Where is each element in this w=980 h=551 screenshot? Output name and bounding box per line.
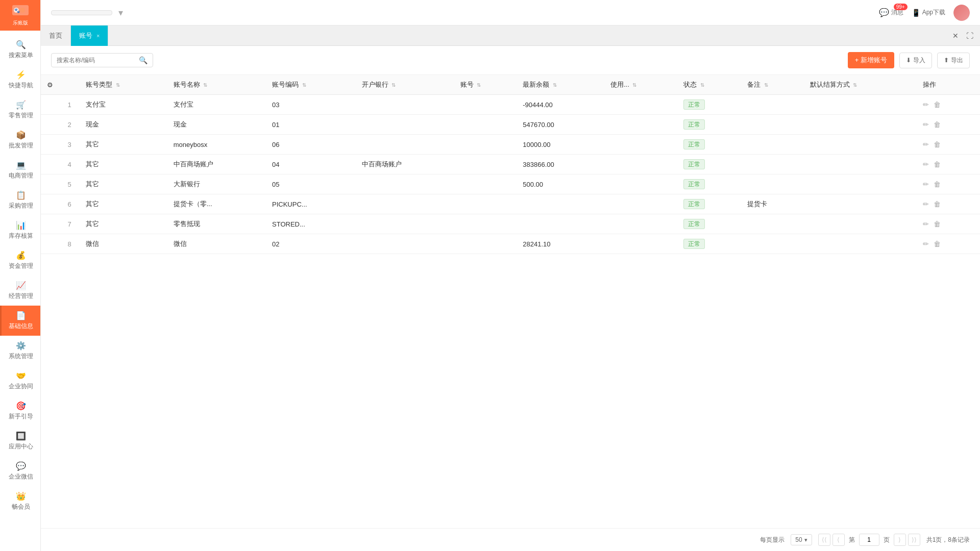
add-account-button[interactable]: + 新增账号 [848, 52, 894, 68]
row-num: 2 [59, 115, 80, 135]
app-download-button[interactable]: 📱 App下载 [912, 8, 945, 17]
search-menu-icon: 🔍 [16, 40, 26, 49]
sort-code-icon: ⇅ [302, 82, 306, 88]
search-icon[interactable]: 🔍 [139, 56, 148, 64]
row-code: 04 [266, 155, 356, 174]
search-box[interactable]: 🔍 [51, 53, 153, 67]
message-button[interactable]: 💬 消息 99+ [879, 8, 903, 17]
status-badge: 正常 [683, 219, 705, 229]
page-number-input[interactable] [859, 534, 879, 546]
th-bank[interactable]: 开户银行 ⇅ [356, 75, 454, 95]
status-badge: 正常 [683, 179, 705, 189]
th-status[interactable]: 状态 ⇅ [677, 75, 741, 95]
tab-close-button[interactable]: ✕ [949, 30, 962, 42]
th-code[interactable]: 账号编码 ⇅ [266, 75, 356, 95]
delete-icon[interactable]: 🗑 [934, 180, 941, 188]
th-type[interactable]: 账号类型 ⇅ [80, 75, 167, 95]
search-input[interactable] [57, 57, 136, 64]
row-default-payment [804, 95, 917, 115]
sidebar-item-new-guide[interactable]: 🎯 新手引导 [0, 396, 40, 426]
dropdown-icon[interactable]: ▾ [118, 7, 123, 18]
tab-fullscreen-button[interactable]: ⛶ [964, 30, 976, 42]
page-of-label: 页 [881, 536, 892, 544]
sidebar-item-search-menu[interactable]: 🔍 搜索菜单 [0, 35, 40, 65]
export-button[interactable]: ⬆ 导出 [937, 53, 970, 68]
page-last-button[interactable]: ⟩⟩ [908, 534, 920, 546]
inventory-icon: 📊 [16, 220, 26, 230]
sidebar-item-app-center[interactable]: 🔲 应用中心 [0, 426, 40, 456]
row-bank [356, 95, 454, 115]
row-settings [41, 135, 59, 155]
table-footer: 每页显示 50 ▾ ⟨⟨ ⟨ 第 页 ⟩ ⟩⟩ 共1页，8条记录 [41, 528, 980, 551]
edit-icon[interactable]: ✏ [923, 160, 929, 168]
row-status: 正常 [677, 214, 741, 234]
th-remark[interactable]: 备注 ⇅ [741, 75, 803, 95]
page-prev-button[interactable]: ⟨ [832, 534, 845, 546]
top-search-box[interactable] [51, 10, 112, 15]
th-settings[interactable]: ⚙ [41, 75, 59, 95]
sidebar-item-ops-mgmt[interactable]: 📈 经营管理 [0, 276, 40, 306]
edit-icon[interactable]: ✏ [923, 200, 929, 208]
sidebar-item-basic-info[interactable]: 📄 基础信息 [0, 306, 40, 336]
edit-icon[interactable]: ✏ [923, 140, 929, 148]
tab-account[interactable]: 账号 × [71, 26, 108, 46]
row-account [454, 174, 517, 194]
delete-icon[interactable]: 🗑 [934, 120, 941, 129]
row-settings [41, 214, 59, 234]
row-status: 正常 [677, 234, 741, 254]
row-name: 提货卡（零... [167, 194, 266, 214]
sidebar-item-quick-nav[interactable]: ⚡ 快捷导航 [0, 65, 40, 95]
sidebar-item-system-mgmt[interactable]: ⚙️ 系统管理 [0, 336, 40, 366]
sort-name-icon: ⇅ [203, 82, 207, 88]
app-name: 乐账版 [13, 19, 28, 27]
th-usage[interactable]: 使用... ⇅ [604, 75, 677, 95]
sidebar-item-retail-mgmt[interactable]: 🛒 零售管理 [0, 95, 40, 125]
tab-actions: ✕ ⛶ [949, 30, 980, 42]
page-first-button[interactable]: ⟨⟨ [818, 534, 830, 546]
sidebar-item-purchase-mgmt[interactable]: 📋 采购管理 [0, 185, 40, 215]
edit-icon[interactable]: ✏ [923, 240, 929, 248]
th-balance-label: 最新余额 [523, 81, 549, 88]
sidebar-item-capital-mgmt[interactable]: 💰 资金管理 [0, 245, 40, 276]
sidebar-item-inventory[interactable]: 📊 库存核算 [0, 215, 40, 245]
sidebar-item-wholesale-mgmt[interactable]: 📦 批发管理 [0, 125, 40, 155]
th-account[interactable]: 账号 ⇅ [454, 75, 517, 95]
row-bank [356, 234, 454, 254]
th-action: 操作 [917, 75, 980, 95]
row-name: 微信 [167, 234, 266, 254]
th-balance[interactable]: 最新余额 ⇅ [517, 75, 604, 95]
th-name[interactable]: 账号名称 ⇅ [167, 75, 266, 95]
import-button[interactable]: ⬇ 导入 [899, 53, 932, 68]
toolbar-right: + 新增账号 ⬇ 导入 ⬆ 导出 [848, 52, 970, 68]
sidebar-item-label: 新手引导 [9, 412, 33, 421]
accounts-table: ⚙ 账号类型 ⇅ 账号名称 ⇅ 账号编码 ⇅ [41, 75, 980, 254]
delete-icon[interactable]: 🗑 [934, 220, 941, 228]
page-size-select[interactable]: 50 ▾ [791, 534, 812, 545]
status-badge: 正常 [683, 139, 705, 149]
delete-icon[interactable]: 🗑 [934, 101, 941, 109]
delete-icon[interactable]: 🗑 [934, 140, 941, 148]
edit-icon[interactable]: ✏ [923, 180, 929, 188]
row-type: 其它 [80, 194, 167, 214]
sidebar-item-ecommerce-mgmt[interactable]: 💻 电商管理 [0, 155, 40, 185]
user-avatar[interactable] [953, 5, 970, 21]
row-type: 微信 [80, 234, 167, 254]
page-next-button[interactable]: ⟩ [894, 534, 906, 546]
edit-icon[interactable]: ✏ [923, 120, 929, 129]
th-num [59, 75, 80, 95]
row-settings [41, 95, 59, 115]
row-name: 现金 [167, 115, 266, 135]
delete-icon[interactable]: 🗑 [934, 240, 941, 248]
tab-home[interactable]: 首页 [41, 26, 71, 46]
sidebar-item-label: 基础信息 [9, 322, 33, 331]
tab-close-icon[interactable]: × [96, 33, 100, 39]
edit-icon[interactable]: ✏ [923, 220, 929, 228]
sidebar-item-enterprise-agreement[interactable]: 🤝 企业协同 [0, 366, 40, 396]
sidebar-item-vip-member[interactable]: 👑 畅会员 [0, 486, 40, 516]
sidebar-item-enterprise-wechat[interactable]: 💬 企业微信 [0, 456, 40, 486]
delete-icon[interactable]: 🗑 [934, 200, 941, 208]
edit-icon[interactable]: ✏ [923, 101, 929, 109]
row-usage [604, 155, 677, 174]
th-default-payment[interactable]: 默认结算方式 ⇅ [804, 75, 917, 95]
delete-icon[interactable]: 🗑 [934, 160, 941, 168]
